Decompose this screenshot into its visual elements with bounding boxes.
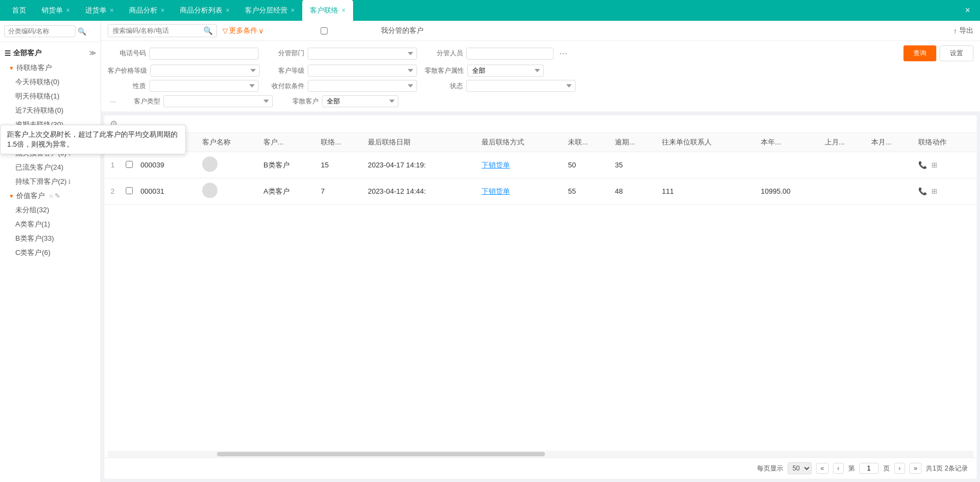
first-page-button[interactable]: « [816, 463, 829, 474]
sidebar-search-input[interactable] [4, 25, 75, 37]
phone-input[interactable] [149, 48, 259, 60]
col-last-month: 上月... [821, 133, 868, 152]
cell-this-month [868, 152, 915, 178]
more-filter-icon[interactable]: ··· [110, 97, 116, 106]
nav-sales-close[interactable]: × [66, 7, 70, 14]
my-customers-check[interactable] [269, 27, 379, 34]
row-checkbox[interactable] [126, 187, 133, 194]
payment-select[interactable] [308, 80, 417, 92]
nav-analysis-list[interactable]: 商品分析列表 × [172, 0, 237, 21]
dept-field: 分管部门 [266, 48, 419, 60]
sidebar-item-7days[interactable]: 近7天待联络(0) [0, 103, 101, 118]
col-action: 联络动作 [915, 133, 977, 152]
search-input[interactable] [108, 24, 217, 37]
sidebar-item-tomorrow[interactable]: 明天待联络(1) [0, 89, 101, 103]
cell-overdue: 35 [612, 152, 659, 178]
nav-analysis[interactable]: 商品分析 × [121, 0, 172, 21]
cell-type: A类客户 [260, 178, 318, 205]
query-button[interactable]: 查询 [903, 45, 936, 61]
pending-customers-group[interactable]: ▼ 待联络客户 [0, 61, 101, 75]
nav-sales[interactable]: 销货单 × [34, 0, 78, 21]
sidebar-item-c[interactable]: C类客户(6) [0, 246, 101, 260]
nav-customer-tier-close[interactable]: × [291, 7, 295, 14]
sidebar-item-a[interactable]: A类客户(1) [0, 217, 101, 231]
zero-retail-attr-label: 零散客户属性 [425, 66, 464, 76]
scrollbar-thumb[interactable] [217, 452, 545, 456]
my-customers-checkbox[interactable]: 我分管的客户 [269, 26, 424, 36]
sidebar-item-ungrouoped[interactable]: 未分组(32) [0, 203, 101, 217]
nav-purchase[interactable]: 进货单 × [78, 0, 121, 21]
gender-field: 性质 [108, 80, 261, 92]
zero-retail-attr-field: 零散客户属性 全部 [425, 65, 578, 77]
table-row: 2 000031 A类客户 7 2023-04-12 14:44: 下销货单 5… [104, 178, 977, 205]
content-area: 🔍 ▽ 更多条件 ∨ 我分管的客户 ↑ 导出 电话号码 [101, 21, 980, 482]
nav-analysis-close[interactable]: × [161, 7, 165, 14]
status-select[interactable] [466, 80, 576, 92]
cell-last-contact-method[interactable]: 下销货单 [478, 178, 565, 205]
value-arrow: ▼ [9, 193, 14, 199]
phone-action-icon[interactable]: 📞 [918, 187, 927, 195]
customer-type-field: 客户类型 [122, 95, 275, 107]
nav-customer-contact[interactable]: 客户联络 × [302, 0, 353, 21]
person-more-icon[interactable]: ··· [559, 48, 567, 59]
next-page-button[interactable]: › [894, 463, 905, 474]
value-customer-group[interactable]: ▼ 价值客户 ○ ✎ [0, 189, 101, 203]
cell-code: 000031 [137, 178, 199, 205]
cell-checkbox[interactable] [121, 152, 137, 178]
cell-last-month [821, 178, 868, 205]
zero-retail-attr-select[interactable]: 全部 [467, 65, 544, 77]
search-icon[interactable]: 🔍 [203, 26, 213, 35]
dept-select[interactable] [308, 48, 417, 60]
close-all-button[interactable]: × [960, 5, 976, 15]
contact-method-link[interactable]: 下销货单 [482, 187, 510, 195]
nav-purchase-close[interactable]: × [110, 7, 114, 14]
avatar [202, 156, 218, 172]
person-field: 分管人员 ··· [425, 48, 578, 60]
price-level-select[interactable] [150, 65, 260, 77]
more-conditions-button[interactable]: ▽ 更多条件 ∨ [222, 26, 264, 36]
declining-info-icon: ℹ [68, 178, 71, 185]
nav-customer-tier[interactable]: 客户分层经营 × [237, 0, 302, 21]
filter-row-1: 电话号码 分管部门 分管人员 ··· 查询 设置 [108, 45, 973, 61]
table-wrapper: ⚙ # 客户编码 客户名称 [104, 115, 977, 479]
col-type: 客户... [260, 133, 318, 152]
cell-last-contact-method[interactable]: 下销货单 [478, 152, 565, 178]
all-customers-header[interactable]: ☰ 全部客户 ≫ [0, 45, 101, 61]
filter-row-4: ··· 客户类型 零散客户 全部 [108, 95, 973, 107]
nav-home[interactable]: 首页 [4, 0, 34, 21]
customer-type-select[interactable] [163, 95, 273, 107]
filter-row-2: 客户价格等级 客户等级 零散客户属性 全部 [108, 65, 973, 77]
price-level-label: 客户价格等级 [108, 66, 147, 76]
horizontal-scrollbar[interactable] [108, 451, 973, 457]
cell-last-contact-date: 2023-04-17 14:19: [365, 152, 478, 178]
nav-analysis-list-close[interactable]: × [226, 7, 230, 14]
sidebar-search-icon[interactable]: 🔍 [78, 27, 86, 36]
zero-retail-select[interactable]: 全部 [322, 95, 398, 107]
customer-level-field: 客户等级 [266, 65, 419, 77]
cell-checkbox[interactable] [121, 178, 137, 205]
nav-customer-contact-close[interactable]: × [342, 7, 345, 14]
table-scroll-area[interactable]: # 客户编码 客户名称 客户... [104, 133, 977, 451]
sidebar-item-b[interactable]: B类客户(33) [0, 231, 101, 246]
phone-action-icon[interactable]: 📞 [918, 161, 927, 169]
grid-action-icon[interactable]: ⊞ [931, 187, 937, 195]
export-button[interactable]: ↑ 导出 [954, 26, 974, 36]
settings-button[interactable]: 设置 [940, 45, 973, 61]
sidebar-item-today[interactable]: 今天待联络(0) [0, 75, 101, 89]
gender-select[interactable] [149, 80, 259, 92]
grid-action-icon[interactable]: ⊞ [931, 161, 937, 169]
last-page-button[interactable]: » [909, 463, 922, 474]
contact-method-link[interactable]: 下销货单 [482, 161, 510, 169]
person-input[interactable] [466, 48, 554, 60]
customer-level-select[interactable] [308, 65, 417, 77]
sidebar-tree: ☰ 全部客户 ≫ ▼ 待联络客户 今天待联络(0) 明天待联络(1) 近7天待联… [0, 42, 101, 482]
page-number-input[interactable] [859, 463, 879, 474]
prev-page-button[interactable]: ‹ [833, 463, 844, 474]
per-page-select[interactable]: 50 [788, 462, 812, 474]
sidebar-item-lost[interactable]: 已流失客户(24) [0, 160, 101, 175]
cell-action: 📞 ⊞ [915, 178, 977, 205]
sidebar-item-declining[interactable]: 持续下滑客户(2) ℹ [0, 175, 101, 189]
zero-retail-label: 零散客户 [280, 97, 319, 106]
filter-icon: ▽ [222, 27, 228, 35]
row-checkbox[interactable] [126, 161, 133, 168]
